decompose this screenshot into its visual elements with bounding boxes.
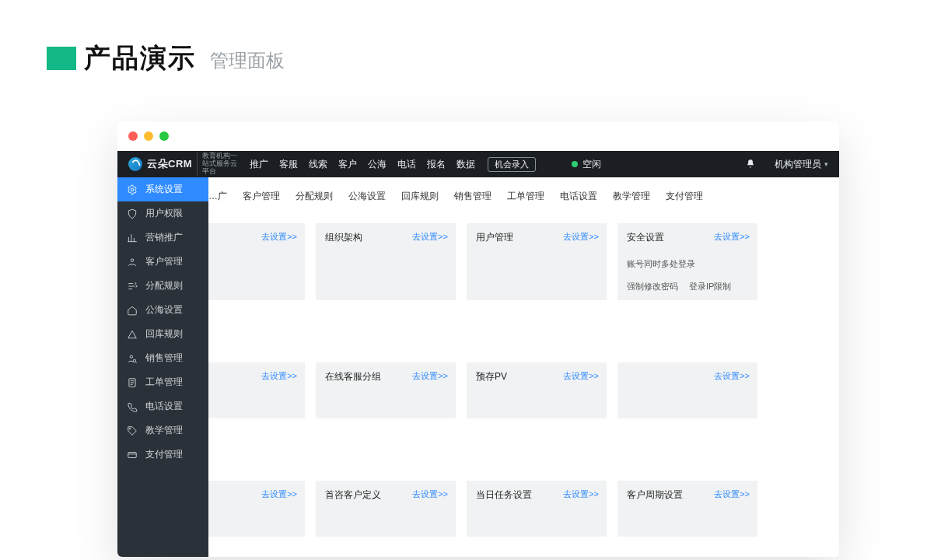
sidebar-item-label: 电话设置 xyxy=(145,400,183,413)
go-settings-link[interactable]: 去设置>> xyxy=(714,370,750,382)
logo-subtext: 教育机构一站式服务云平台 xyxy=(197,152,239,176)
go-settings-link[interactable]: 去设置>> xyxy=(714,231,750,243)
nav-promo[interactable]: 推广 xyxy=(250,158,268,171)
topbar: 云朵CRM 教育机构一站式服务云平台 推广 客服 线索 客户 公海 电话 报名 … xyxy=(117,151,839,177)
go-settings-link[interactable]: 去设置>> xyxy=(412,488,448,500)
go-settings-link[interactable]: 去设置>> xyxy=(412,370,448,382)
status-dot-icon xyxy=(572,161,578,167)
home-icon xyxy=(127,305,138,316)
sidebar-item-label: 营销推广 xyxy=(145,231,183,244)
nav-customer[interactable]: 客户 xyxy=(338,158,357,171)
sidebar-item-home[interactable]: 公海设置 xyxy=(117,298,208,322)
tab-销售管理[interactable]: 销售管理 xyxy=(446,185,499,208)
svg-point-1 xyxy=(131,258,134,261)
status-indicator[interactable]: 空闲 xyxy=(572,158,601,171)
content-area: …广客户管理分配规则公海设置回库规则销售管理工单管理电话设置教学管理支付管理 去… xyxy=(208,177,839,557)
record-opportunity-button[interactable]: 机会录入 xyxy=(488,157,536,172)
logo-mark-icon xyxy=(128,157,142,171)
sidebar-item-label: 销售管理 xyxy=(145,352,183,365)
user-menu[interactable]: 机构管理员 ▾ xyxy=(775,158,828,171)
svg-rect-6 xyxy=(128,452,137,457)
settings-card: 首咨客户定义去设置>> xyxy=(316,481,456,537)
settings-card: 安全设置去设置>>账号同时多处登录强制修改密码登录IP限制 xyxy=(617,223,757,300)
tab-教学管理[interactable]: 教学管理 xyxy=(605,185,658,208)
tab-公海设置[interactable]: 公海设置 xyxy=(341,185,394,208)
sidebar-item-label: 教学管理 xyxy=(145,424,183,437)
tab-partial[interactable]: …广 xyxy=(208,185,235,208)
sidebar-item-label: 回库规则 xyxy=(145,327,183,341)
chart-icon xyxy=(127,233,138,243)
svg-point-0 xyxy=(131,188,134,191)
tab-客户管理[interactable]: 客户管理 xyxy=(235,185,288,208)
accent-block xyxy=(47,47,76,70)
sidebar-item-tag[interactable]: 教学管理 xyxy=(117,418,208,443)
settings-card: 客户周期设置去设置>> xyxy=(617,481,757,537)
sidebar-item-label: 支付管理 xyxy=(145,448,183,461)
card-tag[interactable]: 登录IP限制 xyxy=(689,281,731,292)
minimize-icon[interactable] xyxy=(144,131,153,141)
sidebar-item-flow[interactable]: 分配规则 xyxy=(117,274,208,298)
card-tag[interactable]: 强制修改密码 xyxy=(627,281,678,292)
sidebar-item-doc[interactable]: 工单管理 xyxy=(117,370,208,394)
nav-data[interactable]: 数据 xyxy=(457,158,475,171)
svg-point-5 xyxy=(129,428,131,429)
card-icon xyxy=(127,450,138,460)
card-tag[interactable]: 账号同时多处登录 xyxy=(627,258,695,270)
nav-service[interactable]: 客服 xyxy=(279,158,298,171)
search-user-icon xyxy=(127,353,138,364)
sidebar-item-settings[interactable]: 系统设置 xyxy=(117,177,208,201)
go-settings-link[interactable]: 去设置>> xyxy=(261,488,297,500)
settings-card: 预存PV去设置>> xyxy=(467,362,607,418)
page-subtitle: 管理面板 xyxy=(210,48,285,73)
settings-card: 当日任务设置去设置>> xyxy=(467,481,607,537)
user-label: 机构管理员 xyxy=(775,158,821,171)
tab-支付管理[interactable]: 支付管理 xyxy=(658,185,711,208)
nav-signup[interactable]: 报名 xyxy=(427,158,446,171)
go-settings-link[interactable]: 去设置>> xyxy=(563,231,599,243)
flow-icon xyxy=(127,281,138,292)
app-window: 云朵CRM 教育机构一站式服务云平台 推广 客服 线索 客户 公海 电话 报名 … xyxy=(117,121,839,557)
nav-leads[interactable]: 线索 xyxy=(309,158,327,171)
page-header: 产品演示 管理面板 xyxy=(0,0,941,76)
sidebar-item-label: 工单管理 xyxy=(145,376,183,389)
tab-回库规则[interactable]: 回库规则 xyxy=(394,185,446,208)
tab-工单管理[interactable]: 工单管理 xyxy=(499,185,552,208)
sidebar-item-phone[interactable]: 电话设置 xyxy=(117,394,208,418)
close-icon[interactable] xyxy=(128,131,138,141)
nav-phone[interactable]: 电话 xyxy=(397,158,416,171)
sidebar-item-search-user[interactable]: 销售管理 xyxy=(117,346,208,370)
settings-card: 去设置>> xyxy=(617,362,757,418)
tag-icon xyxy=(127,425,138,436)
sidebar-item-triangle[interactable]: 回库规则 xyxy=(117,322,208,346)
page-title: 产品演示 xyxy=(84,40,196,76)
logo[interactable]: 云朵CRM 教育机构一站式服务云平台 xyxy=(128,152,239,176)
maximize-icon[interactable] xyxy=(159,131,169,141)
settings-icon xyxy=(127,184,138,195)
card-grid: 去设置>>组织架构去设置>>用户管理去设置>>安全设置去设置>>账号同时多处登录… xyxy=(208,208,839,537)
notifications-icon[interactable] xyxy=(745,159,756,170)
sidebar-item-shield[interactable]: 用户权限 xyxy=(117,201,208,226)
go-settings-link[interactable]: 去设置>> xyxy=(563,370,599,382)
settings-card: 在线客服分组去设置>> xyxy=(316,362,456,418)
status-label: 空闲 xyxy=(582,158,601,171)
chevron-down-icon: ▾ xyxy=(824,160,828,168)
go-settings-link[interactable]: 去设置>> xyxy=(563,488,599,500)
settings-card: 去设置>> xyxy=(208,481,305,537)
doc-icon xyxy=(127,377,138,388)
go-settings-link[interactable]: 去设置>> xyxy=(261,231,297,243)
sidebar-item-card[interactable]: 支付管理 xyxy=(117,443,208,467)
sidebar-item-chart[interactable]: 营销推广 xyxy=(117,226,208,250)
svg-point-2 xyxy=(130,355,133,358)
go-settings-link[interactable]: 去设置>> xyxy=(714,488,750,500)
sidebar-item-user[interactable]: 客户管理 xyxy=(117,250,208,274)
go-settings-link[interactable]: 去设置>> xyxy=(412,231,448,243)
nav-sea[interactable]: 公海 xyxy=(368,158,387,171)
tab-电话设置[interactable]: 电话设置 xyxy=(552,185,605,208)
phone-icon xyxy=(127,401,138,412)
tab-分配规则[interactable]: 分配规则 xyxy=(288,185,341,208)
window-controls xyxy=(117,121,839,151)
settings-card: 去设置>> xyxy=(208,223,305,300)
settings-card: 去设置>> xyxy=(208,362,305,418)
top-nav: 推广 客服 线索 客户 公海 电话 报名 数据 xyxy=(250,158,475,171)
go-settings-link[interactable]: 去设置>> xyxy=(261,370,297,382)
